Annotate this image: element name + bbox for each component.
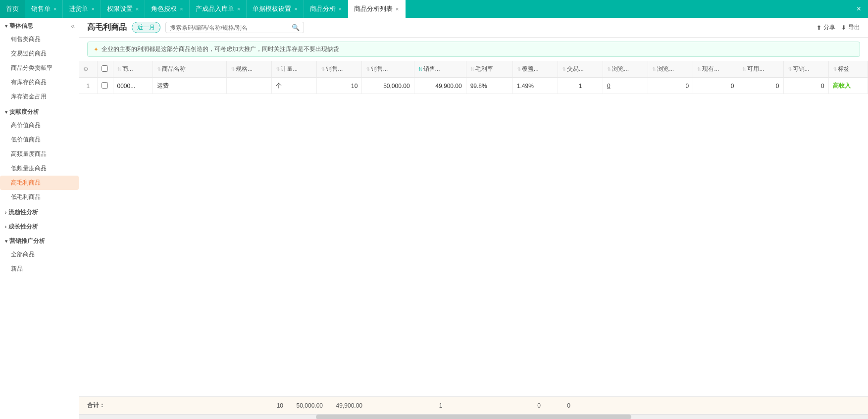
- cell-current-stock: 0: [693, 78, 738, 94]
- sidebar-item-high-freq[interactable]: 高频量度商品: [0, 147, 79, 161]
- filter-recent-month[interactable]: 近一月: [132, 22, 160, 33]
- info-banner: ✦ 企业的主要的利润都是这部分商品创造的，可考虑加大推广，同时关注库存是不要出现…: [87, 42, 860, 57]
- sidebar-item-low-freq[interactable]: 低频量度商品: [0, 161, 79, 176]
- cell-sales-profit: 49,900.00: [414, 78, 466, 94]
- col-sales-qty[interactable]: ⇅销售...: [317, 61, 362, 78]
- sidebar-item-inventory-goods[interactable]: 有库存的商品: [0, 75, 79, 90]
- col-tag[interactable]: ⇅标签: [828, 61, 868, 78]
- sidebar-item-high-value[interactable]: 高价值商品: [0, 118, 79, 133]
- scrollbar-thumb[interactable]: [316, 415, 631, 419]
- sort-icon-sales-qty: ⇅: [321, 66, 325, 72]
- nav-analysis-list[interactable]: 商品分析列表 ×: [348, 0, 405, 18]
- gear-icon[interactable]: ⚙: [83, 66, 89, 73]
- sidebar-item-high-margin[interactable]: 高毛利商品: [0, 176, 79, 190]
- close-template[interactable]: ×: [294, 6, 297, 12]
- cell-spec: [227, 78, 272, 94]
- col-code[interactable]: ⇅商...: [113, 61, 153, 78]
- sidebar-item-traded-goods[interactable]: 交易过的商品: [0, 47, 79, 61]
- col-margin-rate[interactable]: ⇅毛利率: [466, 61, 512, 78]
- sidebar-group-overall[interactable]: ▾ 整体信息: [0, 18, 79, 32]
- close-analysis[interactable]: ×: [339, 6, 342, 12]
- sidebar-item-new-goods[interactable]: 新品: [0, 262, 79, 276]
- sidebar-item-low-value[interactable]: 低价值商品: [0, 133, 79, 147]
- nav-home[interactable]: 首页: [0, 0, 25, 18]
- data-table: ⚙ ⇅商... ⇅商品名称 ⇅规格... ⇅计量... ⇅销售... ⇅销售..…: [79, 61, 868, 94]
- arrow-wealth: ▾: [5, 109, 7, 115]
- cell-name[interactable]: 运费: [153, 78, 226, 94]
- search-input[interactable]: [170, 24, 292, 31]
- cell-code: 0000...: [113, 78, 153, 94]
- search-icon[interactable]: 🔍: [292, 24, 300, 31]
- nav-role[interactable]: 角色授权 ×: [145, 0, 189, 18]
- sidebar-group-wealth[interactable]: ▾ 贡献度分析: [0, 104, 79, 118]
- close-analysis-list[interactable]: ×: [396, 6, 399, 12]
- row-checkbox[interactable]: [102, 82, 108, 89]
- nav-template[interactable]: 单据模板设置 ×: [247, 0, 304, 18]
- sort-icon-name: ⇅: [157, 66, 161, 72]
- sidebar-group-growth[interactable]: › 成长性分析: [0, 219, 79, 233]
- sort-icon-sellable: ⇅: [788, 66, 792, 72]
- sidebar-item-inventory-capital[interactable]: 库存资金占用: [0, 90, 79, 104]
- footer-profit: 49,900.00: [327, 402, 366, 409]
- cell-checkbox[interactable]: [97, 78, 113, 94]
- cell-views1[interactable]: 0: [603, 78, 648, 94]
- col-name[interactable]: ⇅商品名称: [153, 61, 226, 78]
- col-transaction[interactable]: ⇅交易...: [558, 61, 603, 78]
- cell-coverage: 1.49%: [512, 78, 558, 94]
- info-banner-text: 企业的主要的利润都是这部分商品创造的，可考虑加大推广，同时关注库存是不要出现缺货: [102, 45, 339, 53]
- sidebar-item-low-margin[interactable]: 低毛利商品: [0, 190, 79, 204]
- sidebar-group-marketing[interactable]: ▾ 营销推广分析: [0, 233, 79, 247]
- nav-analysis[interactable]: 商品分析 ×: [304, 0, 348, 18]
- info-icon: ✦: [94, 46, 99, 53]
- col-sales-amount[interactable]: ⇅销售...: [362, 61, 414, 78]
- nav-warehousing[interactable]: 产成品入库单 ×: [190, 0, 247, 18]
- col-available[interactable]: ⇅可用...: [738, 61, 783, 78]
- col-current-stock[interactable]: ⇅现有...: [693, 61, 738, 78]
- arrow-growth: ›: [5, 224, 6, 230]
- sort-icon-stock: ⇅: [697, 66, 701, 72]
- sort-icon-margin: ⇅: [470, 66, 474, 72]
- export-button[interactable]: ⬇ 导出: [841, 23, 860, 32]
- select-all-checkbox[interactable]: [102, 65, 108, 72]
- close-purchase[interactable]: ×: [91, 6, 94, 12]
- close-all-tabs[interactable]: ×: [850, 4, 868, 13]
- cell-num: 1: [79, 78, 97, 94]
- close-permission[interactable]: ×: [136, 6, 139, 12]
- close-sales[interactable]: ×: [53, 6, 56, 12]
- sidebar-item-sales-goods[interactable]: 销售类商品: [0, 32, 79, 47]
- nav-purchase[interactable]: 进货单 ×: [63, 0, 101, 18]
- arrow-overall: ▾: [5, 23, 7, 29]
- col-checkbox: [97, 61, 113, 78]
- sidebar-group-trend[interactable]: › 流趋性分析: [0, 204, 79, 219]
- footer-label: 合计：: [87, 401, 105, 410]
- share-button[interactable]: ⬆ 分享: [817, 23, 835, 32]
- cell-unit: 个: [272, 78, 317, 94]
- footer-qty: 10: [257, 402, 287, 409]
- sort-icon-transaction: ⇅: [562, 66, 566, 72]
- col-views1[interactable]: ⇅浏览...: [603, 61, 648, 78]
- col-unit[interactable]: ⇅计量...: [272, 61, 317, 78]
- sidebar-collapse-button[interactable]: «: [71, 22, 75, 30]
- col-views2[interactable]: ⇅浏览...: [648, 61, 693, 78]
- share-icon: ⬆: [817, 24, 821, 31]
- sort-icon-spec: ⇅: [231, 66, 235, 72]
- nav-sales[interactable]: 销售单 ×: [25, 0, 63, 18]
- sidebar-item-all-goods[interactable]: 全部商品: [0, 247, 79, 262]
- table-container: ⚙ ⇅商... ⇅商品名称 ⇅规格... ⇅计量... ⇅销售... ⇅销售..…: [79, 61, 868, 396]
- footer-amount: 50,000.00: [287, 402, 327, 409]
- close-warehousing[interactable]: ×: [237, 6, 240, 12]
- col-sellable[interactable]: ⇅可销...: [783, 61, 828, 78]
- cell-sellable: 0: [783, 78, 828, 94]
- col-sales-profit[interactable]: ⇅销售...: [414, 61, 466, 78]
- col-spec[interactable]: ⇅规格...: [227, 61, 272, 78]
- horizontal-scrollbar[interactable]: [79, 414, 868, 419]
- close-role[interactable]: ×: [180, 6, 183, 12]
- sidebar-item-goods-contribution[interactable]: 商品分类贡献率: [0, 61, 79, 75]
- nav-permission[interactable]: 权限设置 ×: [101, 0, 145, 18]
- arrow-trend: ›: [5, 210, 6, 215]
- col-coverage[interactable]: ⇅覆盖...: [512, 61, 558, 78]
- col-gear[interactable]: ⚙: [79, 61, 97, 78]
- footer-transaction: 1: [426, 402, 456, 409]
- cell-views2: 0: [648, 78, 693, 94]
- search-box: 🔍: [165, 22, 304, 33]
